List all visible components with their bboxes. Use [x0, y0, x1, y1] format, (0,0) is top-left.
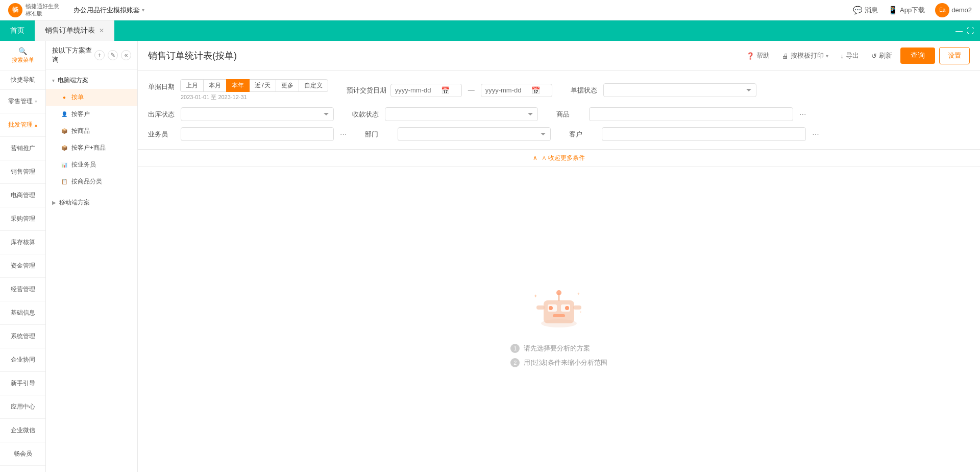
sidebar-item-appstore[interactable]: 应用中心 — [0, 395, 45, 419]
refresh-icon: ↺ — [871, 52, 877, 60]
scheme-item-by-salesman[interactable]: 📊 按业务员 — [46, 156, 137, 173]
date-separator: — — [466, 86, 477, 94]
customer-more-icon[interactable]: ··· — [812, 130, 819, 139]
company-selector[interactable]: 办公用品行业模拟账套 ▾ — [74, 6, 144, 15]
chevron-right-icon: ▶ — [52, 200, 56, 205]
filter-row-2: 出库状态 收款状态 商品 ··· — [148, 107, 970, 121]
sidebar-item-purchase[interactable]: 采购管理 — [0, 207, 45, 231]
empty-tip-1: 1 请先选择要分析的方案 — [510, 344, 607, 353]
maximize-icon[interactable]: ⛶ — [967, 27, 974, 34]
user-area[interactable]: Ea demo2 — [935, 3, 972, 17]
refresh-btn[interactable]: ↺ 刷新 — [867, 49, 896, 62]
order-icon: ● — [60, 93, 68, 102]
customer-icon: 👤 — [60, 110, 68, 119]
main-layout: 🔍 搜索菜单 快捷导航 零售管理 ▾ 批发管理 ▴ 营销推广 销售管理 电商管理… — [0, 41, 980, 472]
scheme-panel: 按以下方案查询 + ✎ « ▾ 电脑端方案 ● 按单 👤 — [46, 41, 138, 472]
minimize-icon[interactable]: — — [955, 27, 963, 34]
date-btn-last-month[interactable]: 上月 — [180, 79, 204, 92]
tab-sales-stat[interactable]: 销售订单统计表 ✕ — [35, 20, 114, 41]
logo-area: 畅 畅捷通好生意 标准版 — [8, 3, 59, 17]
app-download-btn[interactable]: 📱 App下载 — [888, 6, 925, 15]
scheme-edit-btn[interactable]: ✎ — [108, 50, 118, 60]
date-btn-custom[interactable]: 自定义 — [299, 79, 328, 92]
collapse-bar[interactable]: ∧ ∧ 收起更多条件 — [138, 150, 980, 167]
expected-date-to-input[interactable] — [485, 86, 531, 94]
sidebar-item-basic[interactable]: 基础信息 — [0, 301, 45, 325]
sidebar-item-inventory[interactable]: 库存核算 — [0, 231, 45, 254]
sidebar-item-wholesale[interactable]: 批发管理 ▴ — [0, 113, 45, 137]
help-btn[interactable]: ❓ 帮助 — [742, 49, 774, 62]
setting-button[interactable]: 设置 — [939, 47, 970, 64]
sidebar-item-wechat[interactable]: 企业微信 — [0, 419, 45, 442]
delivery-status-filter: 出库状态 — [148, 107, 334, 121]
svg-point-4 — [549, 306, 553, 310]
sidebar-item-shortcut[interactable]: 快捷导航 — [0, 70, 45, 90]
export-btn[interactable]: ↓ 导出 — [837, 49, 864, 62]
expected-date-from-input[interactable] — [395, 86, 441, 94]
scheme-item-by-order[interactable]: ● 按单 — [46, 89, 137, 106]
logo-text: 畅捷通好生意 标准版 — [26, 3, 59, 16]
sidebar-item-ecom[interactable]: 电商管理 — [0, 184, 45, 207]
department-select[interactable] — [398, 127, 551, 141]
scheme-group-pc-header[interactable]: ▾ 电脑端方案 — [46, 72, 137, 89]
sidebar-search[interactable]: 🔍 搜索菜单 — [0, 41, 45, 70]
goods-input[interactable] — [589, 107, 793, 121]
scheme-collapse-btn[interactable]: « — [121, 50, 131, 60]
empty-illustration: ✦ ✦ ✦ — [528, 272, 590, 334]
date-btn-last7[interactable]: 近7天 — [249, 79, 276, 92]
scheme-panel-header: 按以下方案查询 + ✎ « — [46, 41, 137, 70]
delivery-status-select[interactable] — [181, 107, 334, 121]
calendar-icon2: 📅 — [531, 86, 540, 95]
payment-status-select[interactable] — [385, 107, 538, 121]
message-btn[interactable]: 💬 消息 — [853, 6, 878, 15]
date-filter: 单据日期 上月 本月 本年 近7天 更多 自定义 2023-01-01 至 20… — [148, 79, 328, 101]
sidebar-item-sales[interactable]: 销售管理 — [0, 160, 45, 184]
message-icon: 💬 — [853, 6, 863, 15]
sidebar-item-system[interactable]: 系统管理 — [0, 325, 45, 348]
collapse-icon: ∧ — [533, 154, 537, 161]
order-status-select[interactable] — [603, 83, 756, 97]
sidebar-item-finance[interactable]: 资金管理 — [0, 254, 45, 278]
expected-date-from[interactable]: 📅 — [390, 84, 462, 97]
sidebar-item-retail[interactable]: 零售管理 ▾ — [0, 90, 45, 113]
scheme-item-by-goods[interactable]: 📦 按商品 — [46, 123, 137, 139]
goods-more-icon[interactable]: ··· — [799, 110, 806, 119]
query-button[interactable]: 查询 — [900, 48, 935, 64]
date-btn-more[interactable]: 更多 — [276, 79, 299, 92]
avatar: Ea — [935, 3, 949, 17]
svg-rect-6 — [553, 314, 565, 317]
scheme-item-by-cust-goods[interactable]: 📦 按客户+商品 — [46, 139, 137, 156]
print-dropdown-icon: ▾ — [826, 53, 828, 59]
top-bar-left: 畅 畅捷通好生意 标准版 办公用品行业模拟账套 ▾ — [8, 3, 144, 17]
sidebar-item-marketing[interactable]: 营销推广 — [0, 137, 45, 160]
main-area: 销售订单统计表(按单) ❓ 帮助 🖨 按模板打印 ▾ ↓ 导出 — [138, 41, 980, 472]
tab-close-icon[interactable]: ✕ — [99, 27, 104, 34]
scheme-group-mobile-header[interactable]: ▶ 移动端方案 — [46, 194, 137, 211]
window-controls: — ⛶ — [955, 27, 980, 34]
goods-filter: 商品 ··· — [556, 107, 970, 121]
content-area: 按以下方案查询 + ✎ « ▾ 电脑端方案 ● 按单 👤 — [46, 41, 980, 472]
page-header-actions: ❓ 帮助 🖨 按模板打印 ▾ ↓ 导出 ↺ 刷新 — [742, 47, 970, 64]
sidebar-item-ops[interactable]: 经营管理 — [0, 278, 45, 301]
scheme-item-by-customer[interactable]: 👤 按客户 — [46, 106, 137, 123]
department-filter: 部门 — [365, 127, 551, 141]
svg-text:✦: ✦ — [533, 293, 537, 299]
logo-icon: 畅 — [8, 3, 22, 17]
sidebar-item-newbie[interactable]: 新手引导 — [0, 372, 45, 395]
date-btn-this-year[interactable]: 本年 — [226, 79, 250, 92]
expected-date-filter: 预计交货日期 📅 — 📅 — [347, 84, 552, 97]
filter-area: 单据日期 上月 本月 本年 近7天 更多 自定义 2023-01-01 至 20… — [138, 71, 980, 150]
print-btn[interactable]: 🖨 按模板打印 ▾ — [778, 49, 832, 62]
date-btn-this-month[interactable]: 本月 — [203, 79, 227, 92]
expected-date-to[interactable]: 📅 — [481, 84, 552, 97]
salesman-input[interactable] — [181, 127, 334, 141]
svg-text:✦: ✦ — [577, 292, 580, 296]
svg-point-8 — [556, 290, 561, 295]
scheme-add-btn[interactable]: + — [94, 50, 105, 60]
scheme-item-by-category[interactable]: 📋 按商品分类 — [46, 173, 137, 190]
customer-input[interactable] — [602, 127, 806, 141]
sidebar-item-member[interactable]: 畅会员 — [0, 442, 45, 466]
salesman-more-icon[interactable]: ··· — [340, 130, 347, 139]
tab-home[interactable]: 首页 — [0, 20, 35, 41]
sidebar-item-corp[interactable]: 企业协同 — [0, 348, 45, 372]
